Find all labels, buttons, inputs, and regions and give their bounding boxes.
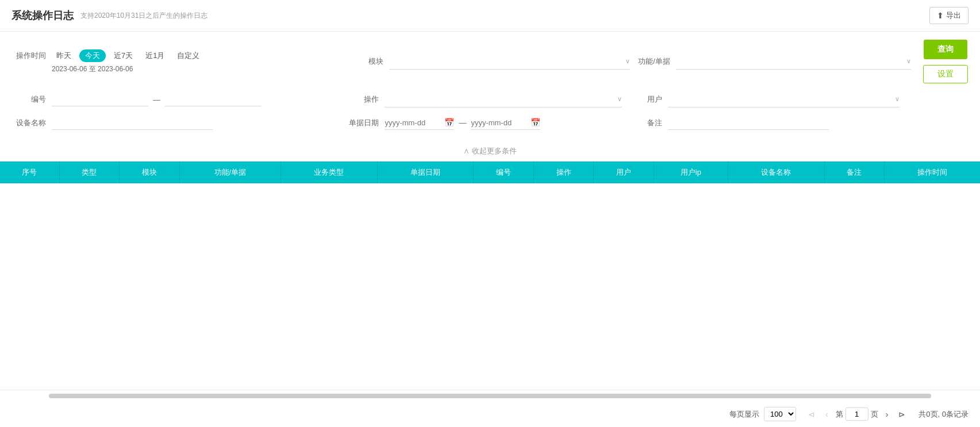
time-btn-today[interactable]: 今天 [79,49,106,62]
collapse-icon: ∧ [463,147,472,155]
col-user: 用户 [594,161,654,183]
operation-label: 操作 [344,94,385,105]
filter-row-1: 操作时间 昨天 今天 近7天 近1月 自定义 2023-06-06 至 2023… [11,40,969,83]
page-subtitle: 支持2020年10月31日之后产生的操作日志 [80,11,207,21]
remark-input[interactable] [668,116,829,130]
time-buttons: 昨天 今天 近7天 近1月 自定义 [52,49,204,62]
doc-date-end-wrap: 📅 [471,116,540,130]
page-title: 系统操作日志 [11,9,74,22]
device-filter-group: 设备名称 [11,116,344,130]
prev-page-button[interactable]: ‹ [823,409,831,420]
page-suffix: 页 [871,409,878,420]
col-biz-type: 业务类型 [281,161,378,183]
date-dash: — [454,118,471,127]
number-label: 编号 [11,94,52,105]
operation-select[interactable]: ∨ [385,91,622,107]
time-btn-custom[interactable]: 自定义 [172,49,204,62]
device-label: 设备名称 [11,118,52,128]
chevron-down-icon: ∨ [625,57,630,65]
col-doc-date: 单据日期 [377,161,474,183]
col-seq: 序号 [0,161,59,183]
export-icon: ⬆ [937,11,944,20]
user-select[interactable]: ∨ [668,91,900,107]
remark-label: 备注 [622,118,668,128]
remark-filter-group: 备注 [622,116,900,130]
date-range-display: 2023-06-06 至 2023-06-06 [52,65,133,73]
action-buttons: 查询 设置 [923,40,969,83]
horizontal-scrollbar[interactable] [0,390,980,401]
first-page-button[interactable]: ⊲ [805,409,818,420]
export-button[interactable]: ⬆ 导出 [929,7,969,24]
table-area: 序号 类型 模块 功能/单据 业务类型 单据日期 编号 操作 用户 用户ip 设… [0,161,980,390]
col-func: 功能/单据 [179,161,280,183]
page-info: 第 页 [836,407,878,421]
page-label: 第 [836,409,843,420]
last-page-button[interactable]: ⊳ [896,409,908,420]
col-remark: 备注 [824,161,884,183]
scrollbar-thumb [49,394,931,398]
per-page-select[interactable]: 100 50 20 10 [764,407,796,421]
header-left: 系统操作日志 支持2020年10月31日之后产生的操作日志 [11,9,207,22]
func-select[interactable]: ∨ [676,53,911,70]
collapse-bar[interactable]: ∧ 收起更多条件 [0,141,980,161]
user-filter-group: 用户 ∨ [622,91,900,107]
filter-row-2: 编号 — 操作 ∨ 用户 ∨ [11,91,969,107]
data-table: 序号 类型 模块 功能/单据 业务类型 单据日期 编号 操作 用户 用户ip 设… [0,161,980,183]
calendar-icon-start[interactable]: 📅 [444,118,454,127]
query-button[interactable]: 查询 [924,40,967,59]
export-label: 导出 [946,10,961,21]
settings-button[interactable]: 设置 [923,65,968,83]
per-page-label: 每页显示 [729,409,759,420]
page-container: 系统操作日志 支持2020年10月31日之后产生的操作日志 ⬆ 导出 操作时间 … [0,0,980,427]
doc-date-label: 单据日期 [344,118,385,128]
time-filter-group: 操作时间 昨天 今天 近7天 近1月 自定义 2023-06-06 至 2023… [11,49,349,74]
collapse-label: 收起更多条件 [472,147,517,155]
module-filter-group: 模块 ∨ [349,53,630,70]
col-op-time: 操作时间 [884,161,980,183]
col-number: 编号 [474,161,533,183]
device-input[interactable] [52,116,213,130]
number-dash: — [148,95,165,104]
next-page-button[interactable]: › [883,409,891,420]
col-user-ip: 用户ip [654,161,728,183]
doc-date-filter-group: 单据日期 📅 — 📅 [344,116,622,130]
number-input-end[interactable] [165,93,262,106]
module-label: 模块 [349,56,389,67]
page-input[interactable] [846,407,868,421]
col-device: 设备名称 [728,161,824,183]
chevron-down-icon: ∨ [906,57,911,65]
doc-date-start[interactable] [385,118,442,127]
total-label: 共0页, 0条记录 [918,409,969,420]
col-module: 模块 [120,161,179,183]
table-header: 序号 类型 模块 功能/单据 业务类型 单据日期 编号 操作 用户 用户ip 设… [0,161,980,183]
number-filter-group: 编号 — [11,93,344,106]
time-label: 操作时间 [11,51,52,61]
module-select[interactable]: ∨ [389,53,630,70]
func-label: 功能/单据 [630,56,676,67]
time-btn-1month[interactable]: 近1月 [141,49,169,62]
filter-row-3: 设备名称 单据日期 📅 — 📅 备注 [11,116,969,130]
header-row: 序号 类型 模块 功能/单据 业务类型 单据日期 编号 操作 用户 用户ip 设… [0,161,980,183]
operation-filter-group: 操作 ∨ [344,91,622,107]
user-label: 用户 [622,94,668,105]
col-type: 类型 [59,161,119,183]
number-input-start[interactable] [52,93,148,106]
pagination: 每页显示 100 50 20 10 ⊲ ‹ 第 页 › ⊳ 共0页, 0条记录 [0,401,980,427]
doc-date-end[interactable] [471,118,528,127]
time-btn-7days[interactable]: 近7天 [109,49,137,62]
page-header: 系统操作日志 支持2020年10月31日之后产生的操作日志 ⬆ 导出 [0,0,980,32]
chevron-down-icon: ∨ [617,95,622,103]
doc-date-start-wrap: 📅 [385,116,454,130]
calendar-icon-end[interactable]: 📅 [531,118,540,127]
time-btn-yesterday[interactable]: 昨天 [52,49,76,62]
col-operation: 操作 [533,161,593,183]
chevron-down-icon: ∨ [895,95,900,103]
func-filter-group: 功能/单据 ∨ [630,53,911,70]
filter-section: 操作时间 昨天 今天 近7天 近1月 自定义 2023-06-06 至 2023… [0,32,980,141]
